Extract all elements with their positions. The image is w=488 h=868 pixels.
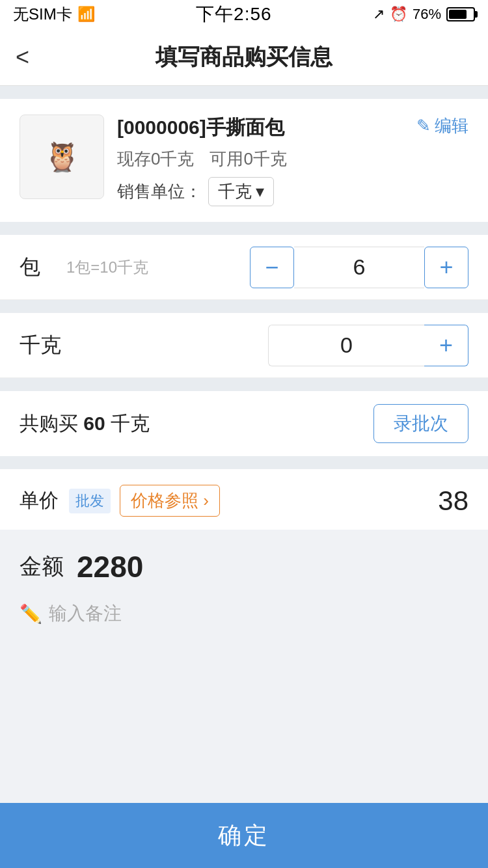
bao-quantity-input[interactable]: [294, 247, 424, 288]
mid-divider3: [0, 378, 488, 391]
amount-label: 金额: [20, 552, 64, 582]
status-bar: 无SIM卡 📶 下午2:56 ↗ ⏰ 76%: [0, 0, 488, 29]
nav-bar: < 填写商品购买信息: [0, 29, 488, 86]
battery-icon: [446, 7, 475, 21]
unit-selector[interactable]: 千克 ▾: [208, 177, 274, 206]
amount-value: 2280: [77, 549, 143, 584]
summary-row: 共购买 60 千克 录批次: [0, 391, 488, 456]
note-placeholder: 输入备注: [49, 601, 122, 626]
amount-row: 金额 2280: [20, 549, 468, 584]
battery-percent: 76%: [413, 6, 441, 23]
kg-label: 千克: [20, 331, 61, 360]
summary-text: 共购买 60 千克: [20, 411, 373, 437]
mid-divider1: [0, 222, 488, 235]
bao-label: 包: [20, 253, 59, 282]
price-section: 单价 批发 价格参照 › 38: [0, 469, 488, 530]
price-ref-label: 价格参照 ›: [131, 489, 209, 512]
edit-button[interactable]: ✎ 编辑: [416, 115, 468, 137]
battery-fill: [449, 10, 467, 19]
price-type-tag: 批发: [69, 489, 111, 513]
edit-icon: ✎: [416, 116, 431, 136]
unit-label: 销售单位：: [117, 180, 202, 203]
product-stock: 现存0千克 可用0千克: [117, 148, 468, 170]
product-info: [0000006]手撕面包 现存0千克 可用0千克 销售单位： 千克 ▾: [117, 115, 468, 206]
location-icon: ↗: [373, 6, 385, 23]
kg-increment-button[interactable]: +: [424, 325, 468, 366]
time-display: 下午2:56: [196, 2, 272, 27]
kg-quantity-input[interactable]: [268, 325, 424, 366]
status-left: 无SIM卡 📶: [13, 4, 95, 25]
summary-amount: 60: [83, 413, 111, 434]
unit-value: 千克: [218, 180, 252, 203]
stock-value: 现存0千克: [117, 148, 194, 170]
summary-unit: 千克: [111, 413, 150, 434]
price-reference-button[interactable]: 价格参照 ›: [120, 485, 220, 517]
top-divider: [0, 86, 488, 99]
product-unit: 销售单位： 千克 ▾: [117, 177, 468, 206]
bao-decrement-button[interactable]: −: [250, 247, 294, 288]
price-value: 38: [438, 485, 468, 517]
wifi-icon: 📶: [77, 6, 95, 23]
mid-divider4: [0, 456, 488, 469]
product-card: 🦉 [0000006]手撕面包 现存0千克 可用0千克 销售单位： 千克 ▾ ✎…: [0, 99, 488, 222]
carrier-text: 无SIM卡: [13, 4, 72, 25]
available-value: 可用0千克: [210, 148, 286, 170]
bao-hint: 1包=10千克: [66, 257, 250, 278]
confirm-button[interactable]: 确定: [0, 803, 488, 868]
bao-input-row: 包 1包=10千克 − +: [0, 235, 488, 300]
product-name: [0000006]手撕面包: [117, 115, 468, 141]
edit-label: 编辑: [435, 115, 468, 137]
chevron-down-icon: ▾: [256, 182, 264, 202]
alarm-icon: ⏰: [390, 6, 407, 23]
back-button[interactable]: <: [16, 44, 29, 71]
kg-input-row: 千克 +: [0, 313, 488, 378]
bao-increment-button[interactable]: +: [424, 247, 468, 288]
bao-qty-control: − +: [250, 247, 468, 288]
page-title: 填写商品购买信息: [156, 42, 332, 72]
status-right: ↗ ⏰ 76%: [373, 6, 475, 23]
pencil-icon: ✏️: [20, 603, 42, 625]
record-batch-button[interactable]: 录批次: [373, 404, 468, 443]
note-row[interactable]: ✏️ 输入备注: [20, 595, 468, 632]
kg-qty-control: +: [268, 325, 468, 366]
product-image: 🦉: [20, 115, 104, 199]
price-label: 单价: [20, 487, 59, 514]
mid-divider2: [0, 300, 488, 313]
amount-section: 金额 2280 ✏️ 输入备注: [0, 530, 488, 639]
product-logo: 🦉: [44, 140, 80, 174]
summary-prefix: 共购买: [20, 413, 78, 434]
